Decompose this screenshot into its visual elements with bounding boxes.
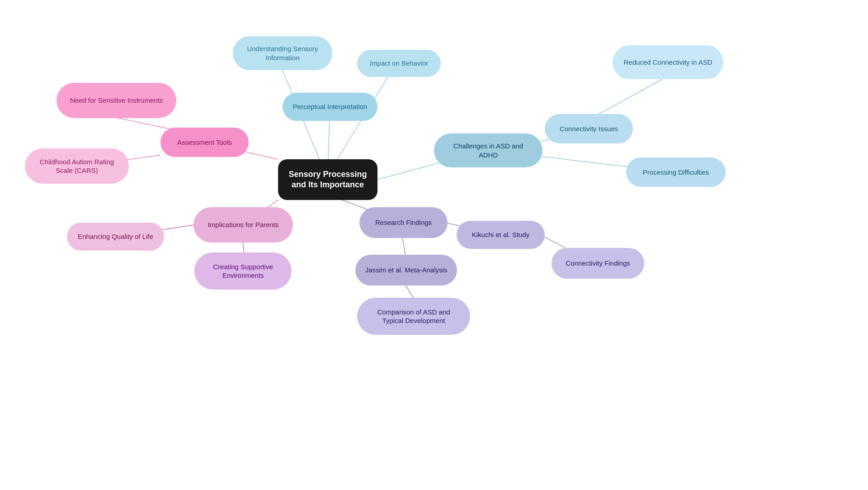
jassim-node: Jassim et al. Meta-Analysis [355,255,457,285]
center-label: Sensory Processing and Its Importance [287,169,368,190]
understanding-sensory-node: Understanding Sensory Information [233,36,332,70]
svg-line-16 [402,238,406,256]
implications-parents-node: Implications for Parents [193,207,293,243]
svg-line-12 [243,242,244,253]
processing-difficulties-node: Processing Difficulties [626,157,726,187]
research-findings-node: Research Findings [359,207,448,238]
enhancing-quality-label: Enhancing Quality of Life [78,232,153,241]
kikuchi-node: Kikuchi et al. Study [457,221,545,249]
understanding-sensory-label: Understanding Sensory Information [242,44,323,62]
need-sensitive-label: Need for Sensitive Instruments [70,96,163,105]
impact-behavior-label: Impact on Behavior [370,59,428,68]
jassim-label: Jassim et al. Meta-Analysis [365,266,448,275]
reduced-connectivity-node: Reduced Connectivity in ASD [613,45,723,79]
challenges-asd-node: Challenges in ASD and ADHD [434,133,542,167]
perceptual-node: Perceptual Interpretation [283,93,377,121]
connectivity-issues-node: Connectivity Issues [545,114,633,143]
creating-supportive-node: Creating Supportive Environments [194,252,292,290]
research-findings-label: Research Findings [375,218,432,227]
svg-line-17 [406,285,414,299]
comparison-asd-label: Comparison of ASD and Typical Developmen… [366,308,461,325]
challenges-asd-label: Challenges in ASD and ADHD [443,142,533,159]
need-sensitive-node: Need for Sensitive Instruments [57,83,176,118]
connectivity-findings-node: Connectivity Findings [552,248,644,279]
cars-label: Childhood Autism Rating Scale (CARS) [34,157,120,175]
impact-behavior-node: Impact on Behavior [357,50,441,77]
mind-map: Sensory Processing and Its Importance Un… [0,0,868,490]
connectivity-findings-label: Connectivity Findings [566,259,630,268]
assessment-tools-label: Assessment Tools [177,138,232,147]
center-node: Sensory Processing and Its Importance [278,159,377,200]
comparison-asd-node: Comparison of ASD and Typical Developmen… [357,298,470,335]
assessment-tools-node: Assessment Tools [160,128,249,157]
reduced-connectivity-label: Reduced Connectivity in ASD [624,58,712,67]
cars-node: Childhood Autism Rating Scale (CARS) [25,148,129,184]
enhancing-quality-node: Enhancing Quality of Life [67,223,164,251]
implications-parents-label: Implications for Parents [208,220,279,229]
creating-supportive-label: Creating Supportive Environments [203,262,283,280]
perceptual-label: Perceptual Interpretation [293,102,367,111]
connectivity-issues-label: Connectivity Issues [560,124,618,133]
processing-difficulties-label: Processing Difficulties [643,168,709,177]
kikuchi-label: Kikuchi et al. Study [472,230,530,239]
